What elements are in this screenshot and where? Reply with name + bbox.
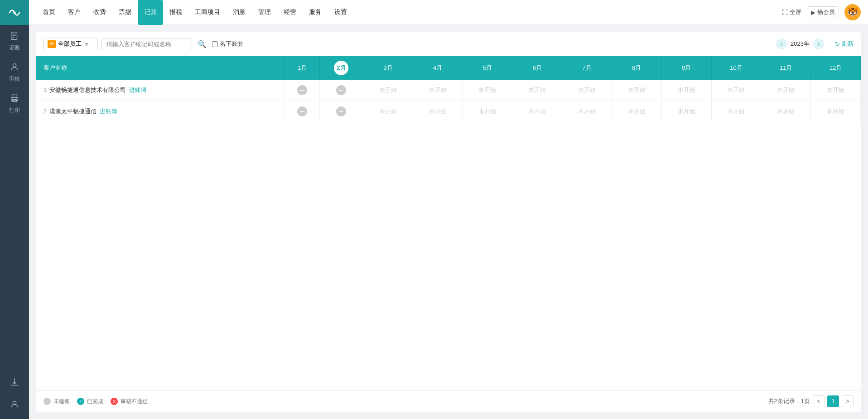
not-started-label: 未开始 bbox=[777, 87, 795, 93]
row-month-cell: – bbox=[319, 101, 363, 122]
pagination: 共2条记录，1页 < 1 > bbox=[768, 395, 854, 407]
fullscreen-button[interactable]: ⛶ 全屏 bbox=[782, 8, 801, 16]
row-month-cell: – bbox=[285, 101, 319, 122]
checkbox-input[interactable] bbox=[212, 41, 218, 47]
svg-point-9 bbox=[16, 99, 17, 100]
nav-manage[interactable]: 管理 bbox=[252, 0, 277, 25]
status-dash-icon: – bbox=[297, 85, 307, 95]
row-month-cell: 未开始 bbox=[612, 101, 661, 122]
nav-customer[interactable]: 客户 bbox=[62, 0, 87, 25]
not-started-label: 未开始 bbox=[628, 108, 646, 115]
pagination-page-1[interactable]: 1 bbox=[827, 395, 839, 407]
sidebar-item-user-bottom[interactable] bbox=[0, 393, 29, 414]
table-wrap: 客户名称 1月 2月 3月 4月 5月 6月 7月 8月 9月 bbox=[36, 56, 861, 390]
row-month-cell: 未开始 bbox=[562, 80, 612, 101]
enter-link[interactable]: 进账簿 bbox=[129, 87, 147, 93]
row-customer-name: 漠澳太平畅捷通信 bbox=[49, 108, 96, 115]
table-row: 2漠澳太平畅捷通信 进账簿––未开始未开始未开始未开始未开始未开始未开始未开始未… bbox=[36, 101, 861, 122]
nav-right: ⛶ 全屏 ▶ 畅会员 🐯 bbox=[782, 4, 861, 20]
row-month-cell: 未开始 bbox=[711, 101, 761, 122]
not-started-label: 未开始 bbox=[429, 108, 447, 115]
vip-button[interactable]: ▶ 畅会员 bbox=[807, 6, 839, 18]
col-header-m4: 4月 bbox=[413, 56, 463, 80]
search-input[interactable] bbox=[101, 38, 192, 50]
nav-message[interactable]: 消息 bbox=[227, 0, 252, 25]
employee-select[interactable]: 全 全部员工 ▾ bbox=[43, 38, 98, 50]
col-header-m10: 10月 bbox=[711, 56, 761, 80]
nav-invoice[interactable]: 票据 bbox=[112, 0, 138, 25]
nav-billing[interactable]: 收费 bbox=[87, 0, 112, 25]
sidebar-item-audit[interactable]: 审核 bbox=[0, 56, 29, 87]
status-dash-icon: – bbox=[336, 106, 346, 116]
col-header-m9: 9月 bbox=[661, 56, 711, 80]
legend-not-built: 未建账 bbox=[43, 398, 70, 405]
row-month-cell: 未开始 bbox=[363, 101, 413, 122]
year-next-button[interactable]: › bbox=[813, 39, 824, 49]
col-header-m7: 7月 bbox=[562, 56, 612, 80]
year-prev-button[interactable]: ‹ bbox=[776, 39, 787, 49]
avatar[interactable]: 🐯 bbox=[844, 4, 861, 20]
legend-dot-teal bbox=[77, 398, 84, 405]
main-panel: 全 全部员工 ▾ 🔍 名下账套 ‹ 2023年 › bbox=[36, 32, 861, 412]
svg-rect-6 bbox=[12, 94, 17, 97]
sidebar-item-bookkeeping[interactable]: 记账 bbox=[0, 25, 29, 56]
legend-rejected: 审核不通过 bbox=[111, 398, 148, 405]
row-month-cell: 未开始 bbox=[512, 101, 562, 122]
user-bottom-icon bbox=[7, 397, 22, 410]
row-month-cell: 未开始 bbox=[761, 80, 811, 101]
col-header-m2: 2月 bbox=[319, 56, 363, 80]
not-started-label: 未开始 bbox=[429, 87, 447, 93]
nav-home[interactable]: 首页 bbox=[36, 0, 62, 25]
row-month-cell: 未开始 bbox=[661, 101, 711, 122]
legend-label-teal: 已完成 bbox=[87, 398, 103, 405]
not-started-label: 未开始 bbox=[528, 87, 546, 93]
table-row: 1安徽畅捷通信息技术有限公司 进账簿––未开始未开始未开始未开始未开始未开始未开… bbox=[36, 80, 861, 101]
not-started-label: 未开始 bbox=[478, 108, 496, 115]
refresh-button[interactable]: ↻ 刷新 bbox=[835, 40, 854, 48]
sidebar-item-audit-label: 审核 bbox=[9, 75, 20, 83]
total-text: 共2条记录，1页 bbox=[768, 397, 810, 405]
legend-completed: 已完成 bbox=[77, 398, 103, 405]
col-header-m12: 12月 bbox=[811, 56, 861, 80]
row-month-cell: 未开始 bbox=[363, 80, 413, 101]
row-name-cell: 1安徽畅捷通信息技术有限公司 进账簿 bbox=[36, 80, 285, 101]
row-month-cell: 未开始 bbox=[562, 101, 612, 122]
not-started-label: 未开始 bbox=[379, 108, 397, 115]
pagination-next[interactable]: > bbox=[842, 395, 854, 407]
vip-label: 畅会员 bbox=[817, 8, 835, 16]
row-month-cell: 未开始 bbox=[761, 101, 811, 122]
main-table: 客户名称 1月 2月 3月 4月 5月 6月 7月 8月 9月 bbox=[36, 56, 861, 122]
year-nav: ‹ 2023年 › bbox=[776, 39, 824, 49]
bookkeeping-icon bbox=[7, 29, 22, 42]
enter-link[interactable]: 进账簿 bbox=[100, 108, 117, 115]
not-started-label: 未开始 bbox=[727, 108, 745, 115]
legend-dot-grey bbox=[43, 398, 51, 405]
nav-operation[interactable]: 经营 bbox=[277, 0, 303, 25]
col-header-m5: 5月 bbox=[463, 56, 512, 80]
sidebar-item-print[interactable]: 打印 bbox=[0, 87, 29, 119]
nav-bookkeeping[interactable]: 记账 bbox=[138, 0, 163, 25]
col-header-m6: 6月 bbox=[512, 56, 562, 80]
row-month-cell: 未开始 bbox=[811, 80, 861, 101]
nav-bizproject[interactable]: 工商项目 bbox=[188, 0, 227, 25]
row-index: 2 bbox=[43, 108, 47, 115]
row-month-cell: 未开始 bbox=[512, 80, 562, 101]
nav-tax[interactable]: 报税 bbox=[163, 0, 188, 25]
toolbar: 全 全部员工 ▾ 🔍 名下账套 ‹ 2023年 › bbox=[36, 32, 861, 56]
checkbox-label[interactable]: 名下账套 bbox=[212, 40, 243, 48]
pagination-prev[interactable]: < bbox=[813, 395, 825, 407]
sidebar-logo[interactable] bbox=[0, 0, 29, 25]
not-started-label: 未开始 bbox=[578, 87, 596, 93]
search-icon: 🔍 bbox=[198, 40, 207, 48]
not-started-label: 未开始 bbox=[777, 108, 795, 115]
row-customer-name: 安徽畅捷通信息技术有限公司 bbox=[49, 87, 126, 93]
svg-point-10 bbox=[13, 401, 16, 405]
not-started-label: 未开始 bbox=[478, 87, 496, 93]
search-button[interactable]: 🔍 bbox=[196, 38, 208, 50]
sidebar-item-download[interactable] bbox=[0, 371, 29, 393]
nav-service[interactable]: 服务 bbox=[303, 0, 328, 25]
not-started-label: 未开始 bbox=[628, 87, 646, 93]
row-month-cell: 未开始 bbox=[711, 80, 761, 101]
col-header-m8: 8月 bbox=[612, 56, 661, 80]
nav-settings[interactable]: 设置 bbox=[328, 0, 353, 25]
